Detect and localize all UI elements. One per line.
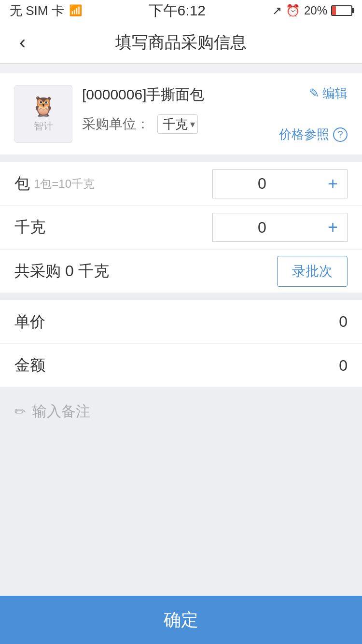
amount-row: 金额 0: [0, 344, 362, 387]
sim-label: 无 SIM 卡: [10, 2, 64, 19]
edit-button[interactable]: ✎ 编辑: [309, 85, 348, 102]
nav-bar: ‹ 填写商品采购信息: [0, 21, 362, 64]
price-ref-button[interactable]: 价格参照 ?: [279, 126, 348, 143]
kg-input-row: 千克 +: [0, 206, 362, 249]
status-bar: 无 SIM 卡 📶 下午6:12 ↗ ⏰ 20%: [0, 0, 362, 21]
confirm-label: 确定: [164, 608, 198, 632]
kg-plus-button[interactable]: +: [319, 213, 348, 242]
kg-input-wrap: +: [212, 213, 348, 242]
amount-value: 0: [339, 357, 348, 375]
edit-label: 编辑: [322, 85, 348, 102]
bao-input-wrap: +: [212, 169, 348, 198]
unit-price-value: 0: [339, 313, 348, 331]
price-ref-label: 价格参照: [279, 126, 329, 143]
battery-icon: [331, 5, 352, 16]
price-ref-help-icon[interactable]: ?: [333, 127, 348, 142]
batch-button[interactable]: 录批次: [277, 256, 348, 287]
page-title: 填写商品采购信息: [115, 31, 247, 54]
bao-label: 包: [14, 173, 30, 195]
total-row: 共采购 0 千克 录批次: [0, 249, 362, 293]
wifi-icon: 📶: [69, 4, 82, 17]
unit-select[interactable]: 千克 包: [157, 114, 198, 134]
kg-label: 千克: [14, 217, 45, 238]
bao-input-row: 包 1包=10千克 +: [0, 162, 362, 206]
section-divider-1: [0, 154, 362, 162]
unit-price-row: 单价 0: [0, 300, 362, 344]
product-name: [0000006]手撕面包: [82, 85, 348, 105]
amount-label: 金额: [14, 355, 45, 376]
confirm-bar[interactable]: 确定: [0, 596, 362, 644]
unit-price-label: 单价: [14, 311, 45, 333]
battery-percent: 20%: [304, 4, 327, 17]
unit-label: 采购单位：: [82, 115, 150, 133]
alarm-icon: ⏰: [286, 4, 300, 17]
input-section: 包 1包=10千克 + 千克 +: [0, 162, 362, 249]
location-icon: ↗: [272, 4, 282, 17]
bao-plus-button[interactable]: +: [319, 169, 348, 198]
product-image: 🦉 智计: [14, 85, 72, 143]
content-body: [0, 435, 362, 599]
status-left: 无 SIM 卡 📶: [10, 2, 82, 19]
bao-input[interactable]: [212, 169, 319, 198]
unit-select-wrap[interactable]: 千克 包: [157, 114, 198, 134]
notes-placeholder: 输入备注: [32, 402, 90, 421]
bao-sublabel: 1包=10千克: [34, 176, 95, 192]
price-amount-section: 单价 0 金额 0: [0, 300, 362, 387]
product-owl-icon: 🦉: [31, 95, 56, 118]
section-divider-2: [0, 293, 362, 300]
total-label: 共采购 0 千克: [14, 261, 109, 282]
status-right: ↗ ⏰ 20%: [272, 4, 352, 17]
status-time: 下午6:12: [149, 1, 206, 21]
notes-section[interactable]: ✏ 输入备注: [0, 388, 362, 435]
back-button[interactable]: ‹: [14, 27, 30, 58]
kg-input[interactable]: [212, 213, 319, 242]
notes-pencil-icon: ✏: [14, 404, 26, 420]
help-question-mark: ?: [337, 129, 343, 140]
product-card: 🦉 智计 [0000006]手撕面包 采购单位： 千克 包 ✎ 编辑 价格参照 …: [0, 73, 362, 154]
product-image-label: 智计: [34, 120, 53, 133]
edit-icon: ✎: [309, 86, 320, 101]
